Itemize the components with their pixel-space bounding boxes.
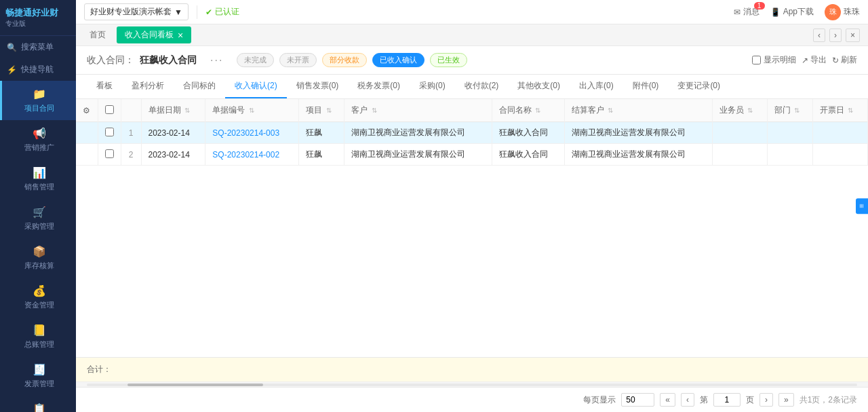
- certified-badge: ✔ 已认证: [205, 6, 239, 18]
- sidebar-item-project[interactable]: 📁 项目合同: [0, 81, 76, 120]
- sidebar-item-invoice[interactable]: 🧾 发票管理: [0, 356, 76, 396]
- th-settings[interactable]: ⚙: [76, 99, 98, 122]
- code-link[interactable]: SQ-20230214-002: [212, 150, 279, 160]
- sidebar-item-quicknav[interactable]: ⚡ 快捷导航: [0, 58, 76, 81]
- message-btn[interactable]: ✉ 1 消息: [734, 6, 760, 18]
- sidebar-item-sales[interactable]: 📊 销售管理: [0, 160, 76, 199]
- th-customer[interactable]: 客户 ⇅: [344, 99, 492, 122]
- tab-sales-invoice[interactable]: 销售发票(0): [287, 75, 349, 98]
- sidebar-item-marketing[interactable]: 📢 营销推广: [0, 120, 76, 160]
- th-date[interactable]: 单据日期 ⇅: [141, 99, 205, 122]
- status-uninvoiced[interactable]: 未开票: [279, 53, 317, 67]
- sidebar-item-ledger[interactable]: 📒 总账管理: [0, 317, 76, 356]
- next-page-btn[interactable]: ›: [760, 393, 773, 407]
- tab-purchase[interactable]: 采购(0): [410, 75, 455, 98]
- tab-revenue[interactable]: 收入确认(2): [225, 75, 287, 98]
- tab-tax-invoice[interactable]: 税务发票(0): [348, 75, 410, 98]
- td-date: 2023-02-14: [141, 122, 205, 144]
- sidebar-inventory-label: 库存核算: [24, 261, 54, 271]
- status-partial[interactable]: 部分收款: [322, 53, 367, 67]
- tab-profit[interactable]: 盈利分析: [122, 75, 174, 98]
- th-project[interactable]: 项目 ⇅: [299, 99, 344, 122]
- th-department[interactable]: 部门 ⇅: [767, 99, 812, 122]
- sidebar-logo: 畅捷通好业财 专业版: [0, 0, 76, 36]
- page-input[interactable]: [713, 393, 741, 407]
- status-confirmed[interactable]: 已收入确认: [372, 53, 425, 67]
- export-btn[interactable]: ↗ 导出: [802, 54, 827, 66]
- th-salesperson[interactable]: 业务员 ⇅: [712, 99, 767, 122]
- sidebar-project-label: 项目合同: [24, 103, 54, 113]
- th-code[interactable]: 单据编号 ⇅: [205, 99, 299, 122]
- code-link[interactable]: SQ-20230214-003: [212, 128, 279, 138]
- topbar-divider: [197, 5, 197, 19]
- td-project: 狂飙: [299, 144, 344, 166]
- tab-changes[interactable]: 变更记录(0): [668, 75, 730, 98]
- avatar: 珠: [825, 4, 841, 20]
- certified-label: 已认证: [215, 6, 239, 18]
- th-open-date[interactable]: 开票日 ⇅: [812, 99, 867, 122]
- company-selector[interactable]: 好业财专业版演示帐套 ▼: [84, 3, 189, 20]
- sidebar-item-search[interactable]: 🔍 搜索菜单: [0, 36, 76, 58]
- td-checkbox[interactable]: [98, 122, 121, 144]
- export-icon: ↗: [802, 56, 808, 65]
- first-page-btn[interactable]: «: [660, 393, 675, 407]
- page-total: 共1页，2条记录: [800, 394, 857, 406]
- contract-tab[interactable]: 收入合同看板 ×: [117, 26, 191, 43]
- status-incomplete[interactable]: 未完成: [237, 53, 274, 67]
- tab-attachment[interactable]: 附件(0): [623, 75, 669, 98]
- td-settle-customer: 湖南卫视商业运营发展有限公司: [565, 122, 713, 144]
- td-num: 1: [121, 122, 141, 144]
- page-size-select[interactable]: 50 20 100: [621, 393, 654, 407]
- message-icon: ✉: [734, 7, 741, 17]
- tab-nav-close[interactable]: ×: [846, 29, 860, 42]
- app-download-btn[interactable]: 📱 App下载: [770, 6, 814, 18]
- contract-more-btn[interactable]: ···: [205, 54, 229, 67]
- sidebar-item-inventory[interactable]: 📦 库存核算: [0, 238, 76, 278]
- td-department: [767, 144, 812, 166]
- refresh-btn[interactable]: ↻ 刷新: [832, 54, 857, 66]
- scroll-track: [87, 383, 857, 386]
- th-settle-customer[interactable]: 结算客户 ⇅: [565, 99, 713, 122]
- contract-tab-label: 收入合同看板: [125, 29, 174, 41]
- tabbar: 首页 收入合同看板 × ‹ › ×: [76, 24, 868, 46]
- td-open-date: [812, 122, 867, 144]
- table-row[interactable]: 1 2023-02-14 SQ-20230214-003 狂飙 湖南卫视商业运营…: [76, 122, 868, 144]
- inner-tabs: 看板 盈利分析 合同标的 收入确认(2) 销售发票(0) 税务发票(0) 采购(…: [76, 75, 868, 99]
- sidebar-item-purchase[interactable]: 🛒 采购管理: [0, 199, 76, 238]
- quicknav-icon: ⚡: [7, 65, 17, 75]
- right-panel-icon[interactable]: ≡: [856, 198, 868, 214]
- show-detail-checkbox[interactable]: [752, 56, 761, 64]
- show-detail-toggle[interactable]: 显示明细: [752, 54, 796, 66]
- sidebar-purchase-label: 采购管理: [24, 221, 54, 231]
- status-effective[interactable]: 已生效: [430, 53, 467, 67]
- sidebar-search-label: 搜索菜单: [21, 41, 54, 53]
- tab-kanban[interactable]: 看板: [87, 75, 122, 98]
- th-num: [121, 99, 141, 122]
- total-label: 合计：: [87, 364, 111, 375]
- tab-other[interactable]: 其他收支(0): [508, 75, 570, 98]
- tab-nav-next[interactable]: ›: [829, 29, 842, 42]
- td-num: 2: [121, 144, 141, 166]
- scroll-thumb[interactable]: [127, 383, 263, 386]
- tab-subject[interactable]: 合同标的: [174, 75, 225, 98]
- last-page-btn[interactable]: »: [778, 393, 794, 407]
- home-tab[interactable]: 首页: [84, 26, 111, 43]
- table-row[interactable]: 2 2023-02-14 SQ-20230214-002 狂飙 湖南卫视商业运营…: [76, 144, 868, 166]
- select-all-checkbox[interactable]: [105, 105, 114, 114]
- td-checkbox[interactable]: [98, 144, 121, 166]
- prev-page-btn[interactable]: ‹: [681, 393, 694, 407]
- topbar-right: ✉ 1 消息 📱 App下载 珠 珠珠: [734, 4, 860, 20]
- td-salesperson: [712, 122, 767, 144]
- sidebar-item-funds[interactable]: 💰 资金管理: [0, 278, 76, 317]
- tab-close-btn[interactable]: ×: [178, 31, 183, 40]
- data-table: ⚙ 单据日期 ⇅ 单据编号 ⇅ 项目 ⇅ 客户 ⇅ 合同名称 ⇅ 结算客户 ⇅ …: [76, 99, 868, 166]
- sidebar-sales-label: 销售管理: [24, 182, 54, 192]
- user-profile[interactable]: 珠 珠珠: [825, 4, 860, 20]
- tab-nav-prev[interactable]: ‹: [813, 29, 825, 42]
- tab-payment[interactable]: 收付款(2): [455, 75, 509, 98]
- scroll-hint: [76, 381, 868, 387]
- td-salesperson: [712, 144, 767, 166]
- sidebar-item-tax[interactable]: 📋 税务管理: [0, 396, 76, 412]
- tab-warehouse[interactable]: 出入库(0): [570, 75, 623, 98]
- th-contract-name[interactable]: 合同名称 ⇅: [492, 99, 565, 122]
